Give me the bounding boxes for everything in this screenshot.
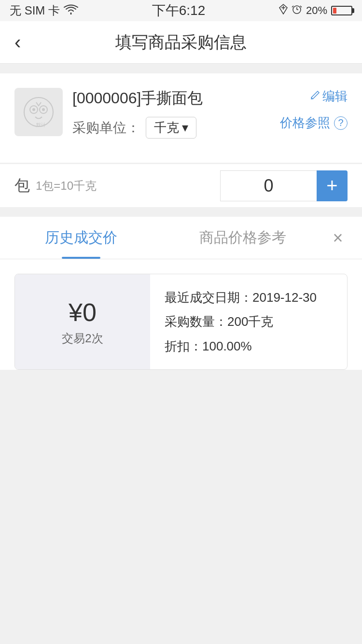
product-name: [0000006]手撕面包 [72,88,203,109]
nav-bar: ‹ 填写商品采购信息 [0,21,362,64]
unit-convert: 1包=10千克 [36,178,97,194]
product-unit: 采购单位： 千克 ▾ [72,117,203,139]
status-left: 无 SIM 卡 [10,3,78,18]
product-details: [0000006]手撕面包 采购单位： 千克 ▾ [72,88,203,139]
tab-close-button[interactable]: × [323,228,362,248]
price-amount: ¥0 [69,298,97,327]
tab2-label: 商品价格参考 [199,228,286,248]
price-ref-button[interactable]: 价格参照 ? [280,114,348,131]
dropdown-arrow-icon: ▾ [182,120,188,135]
product-header: 默计 [0000006]手撕面包 采购单位： 千克 ▾ [14,88,348,139]
battery-icon [331,6,352,15]
unit-label: 采购单位： [72,119,140,137]
alarm-icon [292,4,302,17]
quantity-controls: + [220,170,348,201]
unit-value: 千克 [154,119,179,136]
edit-button[interactable]: 编辑 [310,88,348,105]
quantity-plus-button[interactable]: + [317,170,348,201]
svg-point-6 [32,108,35,111]
purchase-qty: 采购数量：200千克 [165,313,333,330]
price-ref-label: 价格参照 [280,114,330,131]
quantity-input[interactable] [220,170,317,201]
discount: 折扣：100.00% [165,337,333,355]
status-bar: 无 SIM 卡 下午6:12 [0,0,362,21]
product-image: 默计 [14,88,63,136]
unit-name: 包 [14,175,30,196]
product-info: 默计 [0000006]手撕面包 采购单位： 千克 ▾ [14,88,203,139]
price-card-left: ¥0 交易2次 [15,274,150,369]
back-button[interactable]: ‹ [14,31,26,53]
main-content [0,384,362,644]
product-actions: 编辑 价格参照 ? [280,88,348,131]
carrier-text: 无 SIM 卡 [10,3,60,18]
price-card: ¥0 交易2次 最近成交日期：2019-12-30 采购数量：200千克 折扣：… [14,274,348,370]
tabs-section: 历史成交价 商品价格参考 × ¥0 交易2次 最近成交日期：2019-12-30… [0,217,362,370]
status-right: 20% [279,4,352,17]
unit-select[interactable]: 千克 ▾ [146,117,196,139]
price-card-right: 最近成交日期：2019-12-30 采购数量：200千克 折扣：100.00% [150,274,347,369]
product-card: 默计 [0000006]手撕面包 采购单位： 千克 ▾ [0,73,362,163]
page-title: 填写商品采购信息 [115,31,247,54]
wifi-icon [64,4,78,17]
currency-symbol: ¥ [69,298,83,326]
quantity-row: 包 1包=10千克 + [0,164,362,207]
tabs-header: 历史成交价 商品价格参考 × [0,217,362,259]
tab-history-price[interactable]: 历史成交价 [0,217,162,259]
quantity-label: 包 1包=10千克 [14,175,97,196]
location-icon [279,4,288,17]
transaction-count: 交易2次 [62,331,103,346]
tab1-label: 历史成交价 [45,228,117,248]
help-icon: ? [334,116,348,130]
edit-icon [310,89,320,104]
status-time: 下午6:12 [152,1,206,20]
price-value: 0 [83,298,97,326]
edit-label: 编辑 [322,88,348,105]
svg-point-7 [42,108,45,111]
battery-percent: 20% [306,4,327,17]
tab-price-reference[interactable]: 商品价格参考 [162,217,323,259]
battery-fill [333,8,336,14]
recent-date: 最近成交日期：2019-12-30 [165,289,333,306]
svg-text:默计: 默计 [36,122,46,127]
